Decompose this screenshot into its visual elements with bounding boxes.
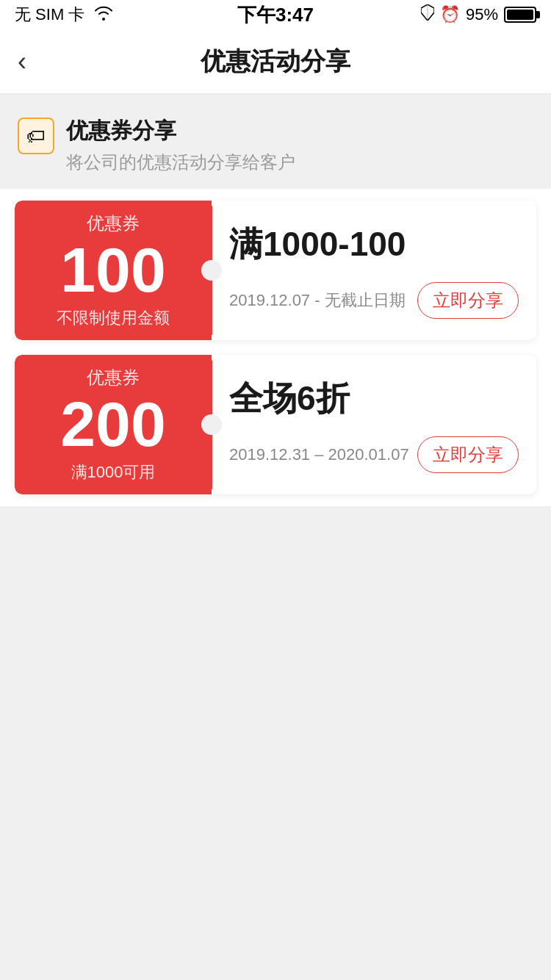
coupon-date-1: 2019.12.07 - 无截止日期: [229, 289, 406, 311]
status-left: 无 SIM 卡: [15, 4, 114, 26]
section-title: 优惠券分享: [66, 116, 295, 146]
coupon-name-1: 满1000-100: [229, 222, 519, 267]
share-button-1[interactable]: 立即分享: [417, 282, 519, 319]
carrier-text: 无 SIM 卡: [15, 4, 84, 26]
page-title: 优惠活动分享: [201, 45, 350, 79]
coupon-bottom-row-1: 2019.12.07 - 无截止日期 立即分享: [229, 282, 519, 319]
coupon-right-2: 全场6折 2019.12.31 – 2020.01.07 立即分享: [212, 355, 536, 494]
coupon-left-1: 优惠券 100 不限制使用金额: [15, 201, 212, 340]
coupon-right-1: 满1000-100 2019.12.07 - 无截止日期 立即分享: [212, 201, 536, 340]
wifi-icon: [93, 4, 114, 25]
empty-area: [0, 506, 551, 800]
coupon-condition-1: 不限制使用金额: [57, 307, 170, 329]
coupon-amount-1: 100: [60, 238, 166, 301]
coupon-date-2: 2019.12.31 – 2020.01.07: [229, 445, 409, 464]
battery-text: 95%: [466, 5, 498, 24]
status-right: ⏰ 95%: [421, 4, 536, 25]
coupon-list: 优惠券 100 不限制使用金额 满1000-100 2019.12.07 - 无…: [0, 189, 551, 506]
status-time: 下午3:47: [237, 2, 314, 28]
coupon-type-2: 优惠券: [87, 366, 140, 389]
coupon-left-2: 优惠券 200 满1000可用: [15, 355, 212, 494]
section-header: 🏷 优惠券分享 将公司的优惠活动分享给客户: [0, 94, 551, 189]
coupon-card-2: 优惠券 200 满1000可用 全场6折 2019.12.31 – 2020.0…: [15, 355, 536, 494]
section-icon: 🏷: [18, 118, 54, 154]
coupon-card: 优惠券 100 不限制使用金额 满1000-100 2019.12.07 - 无…: [15, 201, 536, 340]
coupon-amount-2: 200: [60, 392, 166, 455]
location-icon: [421, 4, 434, 25]
back-button[interactable]: ‹: [18, 46, 26, 77]
share-button-2[interactable]: 立即分享: [417, 436, 519, 473]
status-bar: 无 SIM 卡 下午3:47 ⏰ 95%: [0, 0, 551, 29]
section-text: 优惠券分享 将公司的优惠活动分享给客户: [66, 116, 295, 174]
coupon-condition-2: 满1000可用: [71, 461, 156, 483]
alarm-icon: ⏰: [440, 5, 460, 24]
coupon-name-2: 全场6折: [229, 376, 519, 422]
nav-bar: ‹ 优惠活动分享: [0, 29, 551, 94]
coupon-bottom-row-2: 2019.12.31 – 2020.01.07 立即分享: [229, 436, 519, 473]
section-subtitle: 将公司的优惠活动分享给客户: [66, 151, 295, 174]
battery-icon: [504, 7, 536, 23]
coupon-type-1: 优惠券: [87, 212, 140, 235]
